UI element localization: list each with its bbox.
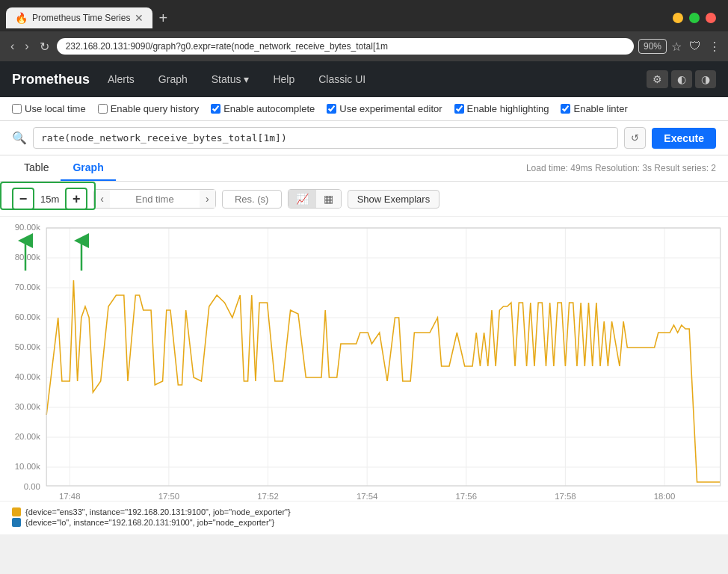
legend-label-2: {device="lo", instance="192.168.20.131:9… bbox=[25, 518, 274, 527]
tab-favicon: 🔥 bbox=[15, 12, 28, 24]
svg-text:17:56: 17:56 bbox=[456, 492, 477, 501]
brand-logo: Prometheus bbox=[12, 72, 90, 87]
close-button[interactable] bbox=[706, 13, 716, 23]
minimize-button[interactable] bbox=[673, 13, 683, 23]
maximize-button[interactable] bbox=[689, 13, 700, 23]
tab-close-button[interactable]: ✕ bbox=[135, 12, 144, 24]
tab-info: Load time: 49ms Resolution: 3s Result se… bbox=[526, 163, 716, 173]
legend-item-2: {device="lo", instance="192.168.20.131:9… bbox=[12, 518, 716, 527]
svg-text:30.00k: 30.00k bbox=[15, 402, 41, 411]
chart-type-group: 📈 ▦ bbox=[288, 189, 342, 209]
bookmark-button[interactable]: ☆ bbox=[671, 40, 682, 54]
end-time-input[interactable] bbox=[110, 191, 200, 208]
line-chart-button[interactable]: 📈 bbox=[289, 190, 316, 208]
theme-icon-button[interactable]: ◐ bbox=[671, 70, 692, 88]
graph-controls: − 15m + ‹ › 📈 ▦ Show Exemplars bbox=[0, 182, 728, 217]
nav-icon-group: ⚙ ◐ ◑ bbox=[647, 70, 716, 88]
reload-button[interactable]: ↻ bbox=[37, 38, 52, 55]
new-tab-button[interactable]: + bbox=[152, 7, 173, 30]
svg-text:17:54: 17:54 bbox=[357, 492, 377, 501]
clear-button[interactable]: ↺ bbox=[624, 127, 646, 149]
use-experimental-editor-checkbox[interactable] bbox=[327, 104, 336, 114]
svg-text:80.00k: 80.00k bbox=[15, 253, 41, 262]
use-local-time-label[interactable]: Use local time bbox=[12, 103, 86, 114]
svg-text:50.00k: 50.00k bbox=[15, 342, 41, 351]
svg-text:17:48: 17:48 bbox=[59, 492, 80, 501]
svg-text:17:50: 17:50 bbox=[158, 492, 179, 501]
decrease-duration-button[interactable]: − bbox=[12, 188, 34, 210]
svg-text:40.00k: 40.00k bbox=[15, 372, 41, 381]
extensions-button[interactable]: 🛡 bbox=[686, 38, 704, 55]
nav-classic-ui[interactable]: Classic UI bbox=[312, 70, 371, 88]
enable-query-history-label[interactable]: Enable query history bbox=[98, 103, 200, 114]
show-exemplars-button[interactable]: Show Exemplars bbox=[348, 190, 440, 209]
svg-text:17:52: 17:52 bbox=[257, 492, 278, 501]
zoom-level[interactable]: 90% bbox=[638, 39, 667, 54]
resolution-input[interactable] bbox=[222, 190, 282, 209]
address-bar: ‹ › ↻ 90% ☆ 🛡 ⋮ bbox=[0, 31, 728, 61]
menu-button[interactable]: ⋮ bbox=[709, 40, 721, 54]
enable-highlighting-checkbox[interactable] bbox=[454, 104, 464, 114]
browser-tab[interactable]: 🔥 Prometheus Time Series ✕ bbox=[6, 7, 152, 28]
prometheus-app: Prometheus Alerts Graph Status ▾ Help Cl… bbox=[0, 61, 728, 534]
window-controls bbox=[673, 13, 722, 23]
forward-button[interactable]: › bbox=[22, 38, 31, 55]
nav-status[interactable]: Status ▾ bbox=[206, 70, 256, 88]
legend-item-1: {device="ens33", instance="192.168.20.13… bbox=[12, 507, 716, 516]
execute-button[interactable]: Execute bbox=[652, 128, 716, 149]
tab-table[interactable]: Table bbox=[12, 155, 61, 181]
next-time-button[interactable]: › bbox=[200, 190, 215, 208]
nav-alerts[interactable]: Alerts bbox=[102, 70, 141, 88]
svg-text:0.00: 0.00 bbox=[24, 482, 40, 491]
browser-chrome: 🔥 Prometheus Time Series ✕ + ‹ › ↻ 90% ☆… bbox=[0, 0, 728, 61]
prev-time-button[interactable]: ‹ bbox=[94, 190, 110, 208]
nav-graph[interactable]: Graph bbox=[152, 70, 194, 88]
enable-linter-label[interactable]: Enable linter bbox=[561, 103, 627, 114]
tab-title: Prometheus Time Series bbox=[32, 13, 130, 23]
tab-graph[interactable]: Graph bbox=[61, 155, 115, 181]
legend-color-2 bbox=[12, 518, 21, 527]
svg-text:90.00k: 90.00k bbox=[15, 223, 41, 232]
time-series-chart: 90.00k 80.00k 70.00k 60.00k 50.00k 40.00… bbox=[0, 217, 728, 501]
top-nav: Prometheus Alerts Graph Status ▾ Help Cl… bbox=[0, 61, 728, 97]
contrast-icon-button[interactable]: ◑ bbox=[695, 70, 716, 88]
settings-icon-button[interactable]: ⚙ bbox=[647, 70, 668, 88]
enable-highlighting-label[interactable]: Enable highlighting bbox=[454, 103, 549, 114]
stacked-chart-button[interactable]: ▦ bbox=[316, 190, 341, 208]
options-row: Use local time Enable query history Enab… bbox=[0, 97, 728, 121]
nav-help[interactable]: Help bbox=[267, 70, 300, 88]
use-experimental-editor-label[interactable]: Use experimental editor bbox=[327, 103, 442, 114]
svg-text:70.00k: 70.00k bbox=[15, 283, 41, 291]
duration-label: 15m bbox=[40, 194, 59, 205]
enable-autocomplete-label[interactable]: Enable autocomplete bbox=[211, 103, 315, 114]
query-input[interactable] bbox=[33, 127, 618, 149]
tab-bar: 🔥 Prometheus Time Series ✕ + bbox=[0, 0, 728, 31]
tab-row: Table Graph Load time: 49ms Resolution: … bbox=[0, 155, 728, 182]
svg-text:20.00k: 20.00k bbox=[15, 432, 41, 441]
enable-linter-checkbox[interactable] bbox=[561, 104, 570, 114]
address-input[interactable] bbox=[57, 38, 634, 55]
end-time-group: ‹ › bbox=[93, 189, 215, 209]
legend: {device="ens33", instance="192.168.20.13… bbox=[0, 501, 728, 534]
enable-query-history-checkbox[interactable] bbox=[98, 104, 108, 114]
increase-duration-button[interactable]: + bbox=[65, 188, 87, 210]
svg-text:18:00: 18:00 bbox=[654, 492, 675, 501]
search-icon: 🔍 bbox=[12, 131, 27, 145]
graph-area: 90.00k 80.00k 70.00k 60.00k 50.00k 40.00… bbox=[0, 217, 728, 501]
svg-text:10.00k: 10.00k bbox=[15, 462, 41, 471]
legend-label-1: {device="ens33", instance="192.168.20.13… bbox=[25, 507, 291, 516]
svg-text:60.00k: 60.00k bbox=[15, 312, 41, 321]
legend-color-1 bbox=[12, 507, 21, 516]
back-button[interactable]: ‹ bbox=[7, 38, 17, 55]
use-local-time-checkbox[interactable] bbox=[12, 104, 22, 114]
svg-text:17:58: 17:58 bbox=[555, 492, 576, 501]
enable-autocomplete-checkbox[interactable] bbox=[211, 104, 220, 114]
chart-container: 90.00k 80.00k 70.00k 60.00k 50.00k 40.00… bbox=[0, 217, 728, 501]
query-bar: 🔍 ↺ Execute bbox=[0, 121, 728, 155]
